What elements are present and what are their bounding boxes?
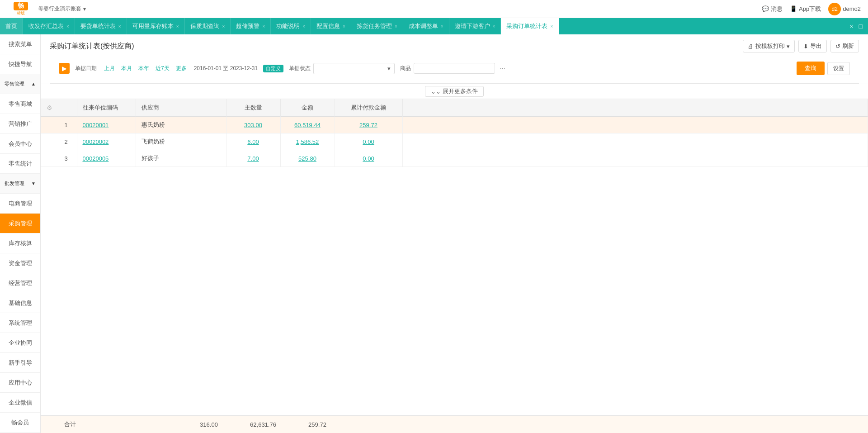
table-row: 1 00020001 惠氏奶粉 303.00 60,519.44 259.72 — [41, 117, 868, 133]
export-button[interactable]: ⬇ 导出 — [798, 40, 827, 52]
nav-expand-btn[interactable]: □ — [857, 22, 864, 31]
col-qty-header: 主数量 — [226, 99, 280, 117]
top-bar-left: 畅 标版 母婴行业演示账套 ▾ — [7, 2, 86, 16]
wholesale-mgmt-label: 批发管理 — [5, 180, 24, 187]
sidebar-item-purchase-mgmt[interactable]: 采购管理 — [0, 214, 40, 233]
custom-badge[interactable]: 自定义 — [263, 65, 283, 72]
goods-label: 商品 — [400, 65, 411, 72]
goods-more-icon[interactable]: ··· — [500, 64, 505, 72]
page-actions: 🖨 按模板打印 ▾ ⬇ 导出 ↺ 刷新 — [743, 40, 859, 52]
expand-more-label: 展开更多条件 — [443, 87, 478, 95]
row-amount[interactable]: 525.80 — [280, 150, 335, 167]
row-code[interactable]: 00020005 — [77, 150, 136, 167]
tab-available-stock-close[interactable]: × — [176, 24, 179, 29]
col-extra-header — [402, 99, 868, 117]
sidebar-item-enterprise-wechat[interactable]: 企业微信 — [0, 393, 40, 413]
table-settings-icon[interactable]: ⚙ — [47, 104, 52, 111]
logo-text: 标版 — [17, 10, 25, 16]
app-download-action[interactable]: 📱 App下载 — [790, 5, 821, 13]
sidebar-item-stock-check[interactable]: 库存核算 — [0, 233, 40, 253]
expand-more-button[interactable]: ⌄⌄ 展开更多条件 — [425, 86, 484, 97]
sidebar-item-ecom-mgmt[interactable]: 电商管理 — [0, 194, 40, 214]
workspace-selector[interactable]: 母婴行业演示账套 ▾ — [38, 5, 86, 13]
tab-pick-task-close[interactable]: × — [395, 24, 397, 29]
tab-function-desc[interactable]: 功能说明 × — [271, 18, 311, 34]
tab-overstock-warning-close[interactable]: × — [262, 24, 265, 29]
settings-button[interactable]: 设置 — [827, 62, 850, 75]
shortcut-last-month[interactable]: 上月 — [102, 64, 117, 73]
row-code[interactable]: 00020001 — [77, 117, 136, 133]
tab-invite-downstream-close[interactable]: × — [493, 24, 495, 29]
export-icon: ⬇ — [803, 43, 808, 50]
goods-input[interactable] — [414, 63, 495, 74]
logo-icon: 畅 — [14, 2, 28, 10]
sidebar-item-member-center[interactable]: 会员中心 — [0, 134, 40, 154]
row-paid[interactable]: 259.72 — [335, 117, 402, 133]
sidebar-item-wholesale-mgmt[interactable]: 批发管理 ▼ — [0, 174, 40, 194]
tab-receive-summary[interactable]: 收发存汇总表 × — [23, 18, 75, 34]
tab-function-desc-close[interactable]: × — [302, 24, 305, 29]
tab-config-info-close[interactable]: × — [343, 24, 345, 29]
tab-available-stock[interactable]: 可用量库存账本 × — [127, 18, 185, 34]
print-label: 按模板打印 — [755, 42, 785, 50]
print-button[interactable]: 🖨 按模板打印 ▾ — [743, 40, 795, 52]
nav-close-btn[interactable]: × — [848, 22, 855, 31]
sidebar-item-basic-info[interactable]: 基础信息 — [0, 293, 40, 313]
row-amount[interactable]: 1,586.52 — [280, 133, 335, 150]
col-index-header — [59, 99, 77, 117]
query-button[interactable]: 查询 — [797, 62, 825, 75]
sidebar-item-app-center[interactable]: 应用中心 — [0, 373, 40, 393]
shortcut-this-month[interactable]: 本月 — [119, 64, 134, 73]
sidebar-item-sys-mgmt[interactable]: 系统管理 — [0, 313, 40, 333]
sidebar-item-new-guide[interactable]: 新手引导 — [0, 353, 40, 373]
shortcut-7days[interactable]: 近7天 — [154, 64, 171, 73]
sidebar-item-retail-stats[interactable]: 零售统计 — [0, 154, 40, 174]
tab-purchase-stats[interactable]: 采购订单统计表 × — [501, 18, 559, 34]
sidebar-item-fund-mgmt[interactable]: 资金管理 — [0, 253, 40, 273]
tab-goods-stats-close[interactable]: × — [118, 24, 121, 29]
tab-expiry-query[interactable]: 保质期查询 × — [185, 18, 231, 34]
sidebar-item-biz-mgmt[interactable]: 经营管理 — [0, 273, 40, 293]
biz-mgmt-label: 经营管理 — [9, 279, 32, 287]
sidebar-item-retail-shop[interactable]: 零售商城 — [0, 94, 40, 114]
tab-invite-downstream[interactable]: 邀请下游客户 × — [449, 18, 501, 34]
tab-config-info[interactable]: 配置信息 × — [311, 18, 351, 34]
row-amount[interactable]: 60,519.44 — [280, 117, 335, 133]
filter-toggle-button[interactable]: ▶ — [59, 63, 70, 74]
shortcut-more[interactable]: 更多 — [174, 64, 189, 73]
sidebar-item-retail-mgmt[interactable]: 零售管理 ▲ — [0, 74, 40, 94]
message-action[interactable]: 💬 消息 — [762, 5, 783, 13]
ecom-mgmt-label: 电商管理 — [9, 200, 32, 208]
tab-home[interactable]: 首页 — [0, 18, 23, 34]
sidebar-item-marketing[interactable]: 营销推广 — [0, 114, 40, 134]
tab-overstock-warning[interactable]: 超储预警 × — [231, 18, 271, 34]
sidebar-item-enterprise-collab[interactable]: 企业协同 — [0, 333, 40, 353]
row-paid[interactable]: 0.00 — [335, 133, 402, 150]
purchase-mgmt-label: 采购管理 — [9, 219, 32, 228]
page-header: 采购订单统计表(按供应商) 🖨 按模板打印 ▾ ⬇ 导出 ↺ 刷新 — [41, 34, 868, 84]
sidebar-shortcut[interactable]: 快捷导航 — [0, 54, 40, 74]
main-layout: 搜索菜单 快捷导航 零售管理 ▲ 零售商城 营销推广 会员中心 零售统计 批发管… — [0, 34, 868, 433]
tab-purchase-stats-close[interactable]: × — [550, 24, 553, 29]
row-paid[interactable]: 0.00 — [335, 150, 402, 167]
status-select[interactable]: ▾ — [313, 63, 395, 74]
row-qty[interactable]: 6.00 — [226, 133, 280, 150]
sidebar-search[interactable]: 搜索菜单 — [0, 34, 40, 54]
wholesale-mgmt-arrow-icon: ▼ — [31, 181, 36, 186]
shortcut-label: 快捷导航 — [9, 60, 32, 68]
sidebar-item-member[interactable]: 畅会员 — [0, 413, 40, 433]
refresh-icon: ↺ — [835, 43, 840, 50]
refresh-button[interactable]: ↺ 刷新 — [830, 40, 859, 52]
row-code[interactable]: 00020002 — [77, 133, 136, 150]
row-qty[interactable]: 7.00 — [226, 150, 280, 167]
tab-pick-task[interactable]: 拣货任务管理 × — [351, 18, 403, 34]
tab-receive-summary-close[interactable]: × — [66, 24, 69, 29]
tab-cost-adjust-close[interactable]: × — [441, 24, 443, 29]
user-profile[interactable]: d2 demo2 — [828, 3, 861, 15]
tab-expiry-query-close[interactable]: × — [222, 24, 225, 29]
row-qty[interactable]: 303.00 — [226, 117, 280, 133]
print-arrow-icon: ▾ — [787, 43, 790, 50]
shortcut-this-year[interactable]: 本年 — [137, 64, 151, 73]
tab-goods-stats[interactable]: 要货单统计表 × — [75, 18, 127, 34]
tab-cost-adjust[interactable]: 成本调整单 × — [403, 18, 449, 34]
